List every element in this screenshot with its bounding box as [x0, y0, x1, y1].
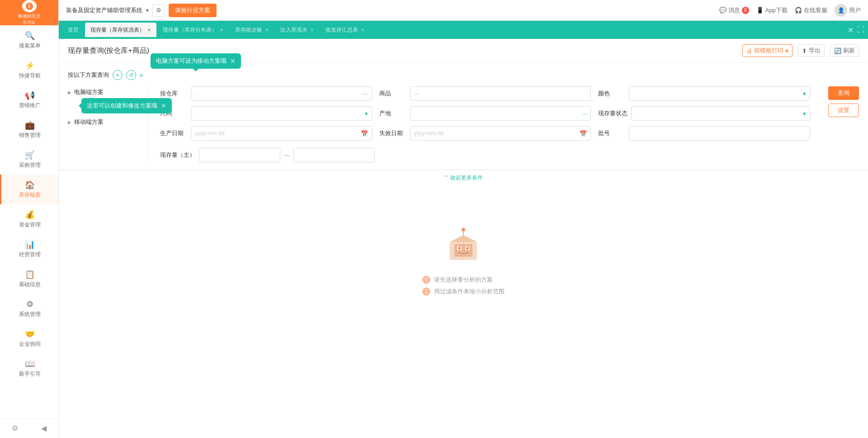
sidebar: 6 畅通好生意 标准版 🔍 搜索菜单 ⚡ 快捷导航 📢 营销推广 💼 销售管理 …	[0, 0, 59, 438]
sidebar-item-inventory-label: 库存核算	[19, 191, 41, 199]
filter-expire-date: 失效日期 yyyy-mm-dd 📅	[379, 126, 591, 141]
tab-stock-status-label: 现存量（库存状况表）	[90, 26, 145, 34]
filter-product-select[interactable]: ···	[410, 86, 591, 101]
refresh-btn[interactable]: 🔄 刷新	[830, 44, 859, 57]
sidebar-item-sales[interactable]: 💼 销售管理	[0, 115, 58, 145]
sidebar-item-enterprise[interactable]: 🤝 企业协同	[0, 324, 58, 353]
produce-date-placeholder: yyyy-mm-dd	[195, 130, 224, 137]
tab-stock-dist-close[interactable]: ✕	[220, 28, 223, 33]
collapse-bar[interactable]: ⌃ 收起更多条件	[59, 170, 868, 185]
sidebar-item-guide-label: 新手引导	[19, 370, 41, 378]
filter-color: 颜色 ▾	[598, 86, 810, 101]
sidebar-item-search[interactable]: 🔍 搜索菜单	[0, 25, 58, 55]
svg-point-10	[462, 228, 465, 231]
calendar-icon-2: 📅	[580, 130, 587, 137]
app-download-btn[interactable]: 📱 App下载	[756, 6, 788, 14]
user-area[interactable]: 👤 用户	[835, 4, 861, 17]
filter-batch-label: 批号	[598, 129, 625, 137]
sidebar-item-basic[interactable]: 📋 基础信息	[0, 264, 58, 294]
filter-section: 按以下方案查询 + ↺ « 电脑方案可设为移动方案哦 ✕	[59, 63, 868, 170]
tip-item-1: 1 请先选择要分析的方案	[422, 274, 505, 286]
collapse-label: 收起更多条件	[450, 174, 483, 181]
tab-inout[interactable]: 出入库流水 ✕	[275, 23, 319, 37]
online-service-btn[interactable]: 🎧 在线客服	[795, 6, 827, 14]
filter-add-btn[interactable]: +	[113, 70, 123, 80]
tab-close-all-btn[interactable]: ✕	[848, 26, 854, 34]
svg-point-8	[466, 247, 469, 250]
header-left: 装备及固定资产辅助管理系统 ▾ ⚙ 体验行业方案	[66, 4, 217, 17]
sidebar-item-quicknav[interactable]: ⚡ 快捷导航	[0, 55, 58, 85]
filter-stock-max[interactable]	[293, 148, 375, 162]
tooltip-create: 这里可以创建和修改方案哦 ✕	[81, 98, 172, 113]
online-service-label: 在线客服	[804, 6, 827, 14]
collapse-btn[interactable]: ◀	[41, 424, 47, 433]
scheme-tree: ▶ 电脑端方案 这里可以创建和修改方案哦 ✕	[68, 86, 142, 128]
filter-batch-input[interactable]	[629, 126, 810, 141]
filter-produce-date: 生产日期 yyyy-mm-dd 📅	[160, 126, 372, 141]
collapse-icon: ⌃	[444, 174, 448, 181]
reset-button[interactable]: 设置	[828, 104, 859, 117]
empty-icon	[441, 221, 486, 267]
export-btn[interactable]: ⬆ 导出	[798, 44, 825, 57]
industry-btn[interactable]: 体验行业方案	[169, 4, 217, 17]
tab-expand-btn[interactable]: ⛶	[857, 26, 864, 34]
sidebar-item-purchase[interactable]: 🛒 采购管理	[0, 145, 58, 174]
tooltip-scheme: 电脑方案可设为移动方案哦 ✕	[151, 53, 241, 69]
filter-stock-min[interactable]	[199, 148, 280, 162]
filter-header: 按以下方案查询 + ↺ « 电脑方案可设为移动方案哦 ✕	[68, 70, 859, 80]
system-dropdown[interactable]: ▾	[146, 7, 149, 14]
filter-origin-select[interactable]: ···	[410, 106, 591, 121]
scheme-item-mobile[interactable]: ▶ 移动端方案	[68, 116, 142, 128]
filter-warehouse-dots: ···	[195, 90, 200, 97]
sidebar-item-marketing-label: 营销推广	[19, 102, 41, 109]
tab-collect-close[interactable]: ✕	[361, 28, 364, 33]
search-button[interactable]: 查询	[828, 86, 859, 100]
tab-inout-close[interactable]: ✕	[310, 28, 314, 33]
sidebar-item-finance[interactable]: 💰 资金管理	[0, 204, 58, 234]
sidebar-item-finance-label: 资金管理	[19, 221, 41, 229]
tip-text-1: 请先选择要分析的方案	[434, 274, 493, 286]
scheme-mobile-label: 移动端方案	[74, 118, 104, 126]
basic-icon: 📋	[25, 269, 35, 279]
tab-home-label: 首页	[68, 26, 79, 34]
tip-item-2: 2 用过滤条件来缩小分析范围	[422, 286, 505, 297]
sidebar-item-guide[interactable]: 📖 新手引导	[0, 353, 58, 383]
expire-date-placeholder: yyyy-mm-dd	[414, 130, 443, 137]
filter-warehouse-select[interactable]: ··· ···	[191, 86, 372, 101]
tab-home[interactable]: 首页	[62, 23, 84, 37]
sidebar-item-system[interactable]: ⚙ 系统管理	[0, 294, 58, 324]
scheme-item-desktop[interactable]: ▶ 电脑端方案	[68, 86, 142, 98]
filter-refresh-btn[interactable]: ↺	[126, 70, 136, 80]
header-settings-btn[interactable]: ⚙	[152, 4, 165, 17]
tooltip-scheme-close[interactable]: ✕	[230, 57, 236, 65]
filter-stock-status-select[interactable]: ▾	[631, 106, 810, 121]
tooltip-create-text: 这里可以创建和修改方案哦	[87, 102, 157, 110]
tab-stock-dist-label: 现存量（库存分布表）	[163, 26, 217, 34]
tab-stock-status-close[interactable]: ✕	[147, 28, 151, 33]
message-btn[interactable]: 💬 消息 8	[719, 6, 749, 14]
content-area: 现存量查询(按仓库+商品) 🖨 按模板打印 ▾ ⬆ 导出 🔄 刷新	[59, 39, 868, 438]
filter-back-btn[interactable]: «	[140, 71, 143, 79]
filter-expire-date-input[interactable]: yyyy-mm-dd 📅	[410, 126, 591, 141]
filter-stock-status-label: 现存量状态	[598, 109, 627, 118]
print-btn[interactable]: 🖨 按模板打印 ▾	[742, 44, 793, 57]
sidebar-item-marketing[interactable]: 📢 营销推广	[0, 85, 58, 115]
tip-num-1: 1	[422, 276, 430, 284]
tab-collect[interactable]: 收发存汇总表 ✕	[320, 23, 370, 37]
tab-stock-dist[interactable]: 现存量（库存分布表） ✕	[157, 23, 229, 37]
settings-bottom-btn[interactable]: ⚙	[12, 424, 18, 433]
filter-color-select[interactable]: ▾	[629, 86, 810, 101]
sidebar-item-operations[interactable]: 📊 经营管理	[0, 234, 58, 264]
filter-produce-date-input[interactable]: yyyy-mm-dd 📅	[191, 126, 372, 141]
sales-icon: 💼	[25, 120, 35, 130]
sidebar-item-operations-label: 经营管理	[19, 251, 41, 259]
tab-batch-close[interactable]: ✕	[265, 28, 269, 33]
logo-icon: 6	[22, 0, 37, 12]
tooltip-create-close[interactable]: ✕	[161, 102, 166, 109]
tab-batch[interactable]: 库存批次账 ✕	[230, 23, 274, 37]
size-dropdown-icon: ▾	[365, 110, 368, 117]
filter-size-select[interactable]: ▾	[191, 106, 372, 121]
tab-stock-status[interactable]: 现存量（库存状况表） ✕	[85, 23, 156, 37]
sidebar-item-inventory[interactable]: 🏠 库存核算	[0, 174, 58, 204]
page-title: 现存量查询(按仓库+商品)	[68, 46, 149, 56]
